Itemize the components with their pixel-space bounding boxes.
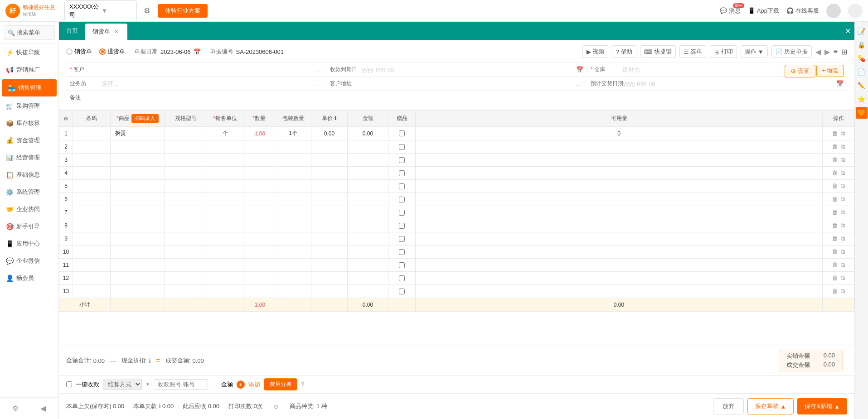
sidebar-item-inventory[interactable]: 📦 库存核算	[0, 115, 58, 132]
discard-button[interactable]: 放弃	[713, 398, 744, 414]
row-unit-price[interactable]	[311, 154, 348, 167]
row-product[interactable]	[111, 167, 165, 180]
tab-home[interactable]: 首页	[59, 22, 85, 40]
row-qty[interactable]	[243, 285, 275, 298]
right-tool-edit[interactable]: ✏️	[856, 80, 868, 92]
salesman-more-icon[interactable]: …	[313, 80, 323, 87]
payment-account-input[interactable]	[154, 379, 208, 390]
row-unit-price[interactable]	[311, 259, 348, 272]
row-qty[interactable]	[243, 219, 275, 232]
col-settings[interactable]: ⚙	[59, 111, 73, 127]
row-barcode[interactable]	[73, 180, 111, 193]
sidebar-collapse-button[interactable]: ◀	[31, 401, 55, 415]
row-delete-icon[interactable]: 🗑	[832, 156, 838, 163]
customer-more-icon[interactable]: …	[313, 66, 323, 73]
row-spec[interactable]	[165, 206, 207, 219]
sidebar-settings-button[interactable]: ⚙	[4, 401, 28, 415]
calendar-icon[interactable]: 📅	[194, 48, 201, 55]
salesman-input[interactable]	[102, 80, 313, 87]
row-barcode[interactable]	[73, 127, 111, 140]
row-gift[interactable]	[388, 272, 416, 285]
row-copy-icon[interactable]: ⧉	[841, 248, 845, 255]
row-unit[interactable]	[207, 219, 243, 232]
sidebar-item-finance[interactable]: 💰 资金管理	[0, 132, 58, 149]
row-delete-icon[interactable]: 🗑	[832, 130, 838, 137]
sidebar-item-marketing[interactable]: 📢 营销推广	[0, 61, 58, 78]
row-unit-price[interactable]	[311, 246, 348, 259]
row-barcode[interactable]	[73, 272, 111, 285]
one-click-payment-checkbox[interactable]	[66, 381, 72, 387]
row-unit[interactable]	[207, 193, 243, 206]
row-barcode[interactable]	[73, 246, 111, 259]
right-tool-lock[interactable]: 🔒	[856, 39, 868, 51]
row-delete-icon[interactable]: 🗑	[832, 169, 838, 176]
expense-split-button[interactable]: 费用分摊	[264, 378, 297, 390]
row-unit[interactable]	[207, 180, 243, 193]
messages-button[interactable]: 💬 消息 99+	[720, 7, 741, 15]
tab-close-icon[interactable]: ✕	[113, 28, 120, 35]
row-unit[interactable]: 个	[207, 127, 243, 140]
customer-address-input[interactable]	[362, 80, 573, 87]
row-copy-icon[interactable]: ⧉	[841, 288, 845, 294]
radio-sales-order[interactable]: 销货单	[66, 48, 92, 56]
row-copy-icon[interactable]: ⧉	[841, 261, 845, 268]
right-tool-star[interactable]: ⭐	[856, 93, 868, 105]
close-window-icon[interactable]: ✕	[845, 27, 851, 35]
row-delete-icon[interactable]: 🗑	[832, 183, 838, 189]
row-product[interactable]	[111, 219, 165, 232]
row-unit-price[interactable]	[311, 219, 348, 232]
sidebar-item-sales[interactable]: 🏪 销售管理	[2, 79, 57, 96]
view-list-icon[interactable]: ≡	[834, 48, 838, 56]
row-gift[interactable]	[388, 232, 416, 246]
nav-prev-icon[interactable]: ◀	[815, 48, 821, 56]
row-gift[interactable]	[388, 206, 416, 219]
sidebar-item-purchase[interactable]: 🛒 采购管理	[0, 97, 58, 115]
row-product[interactable]	[111, 272, 165, 285]
row-unit-price[interactable]	[311, 232, 348, 246]
customer-input[interactable]	[102, 66, 313, 73]
row-unit-price[interactable]	[311, 180, 348, 193]
row-product[interactable]	[111, 246, 165, 259]
row-delete-icon[interactable]: 🗑	[832, 143, 838, 150]
sidebar-item-operations[interactable]: 📊 经营管理	[0, 149, 58, 166]
sidebar-item-basic[interactable]: 📋 基础信息	[0, 166, 58, 183]
row-barcode[interactable]	[73, 285, 111, 298]
row-qty[interactable]	[243, 246, 275, 259]
row-spec[interactable]	[165, 180, 207, 193]
row-copy-icon[interactable]: ⧉	[841, 209, 845, 216]
row-copy-icon[interactable]: ⧉	[841, 143, 845, 150]
right-tool-notes[interactable]: 📝	[856, 25, 868, 37]
experience-button[interactable]: 体验行业方案	[158, 4, 208, 18]
row-delete-icon[interactable]: 🗑	[832, 288, 838, 294]
expense-info-icon[interactable]: ?	[301, 381, 304, 388]
row-barcode[interactable]	[73, 167, 111, 180]
row-qty[interactable]	[243, 193, 275, 206]
video-button[interactable]: ▶ 视频	[582, 45, 608, 58]
row-spec[interactable]	[165, 127, 207, 140]
shortcut-button[interactable]: ⌨ 快捷键	[640, 45, 676, 58]
row-barcode[interactable]	[73, 140, 111, 154]
view-grid-icon[interactable]: ⊞	[841, 48, 847, 56]
form-settings-button[interactable]: ⚙ 设置	[785, 65, 815, 77]
row-product[interactable]	[111, 232, 165, 246]
history-button[interactable]: 📄 历史单据	[771, 45, 812, 58]
more-accounts-icon[interactable]: …	[212, 381, 218, 388]
row-copy-icon[interactable]: ⧉	[841, 222, 845, 229]
nav-next-icon[interactable]: ▶	[824, 48, 830, 56]
row-gift[interactable]	[388, 246, 416, 259]
row-spec[interactable]	[165, 285, 207, 298]
row-product[interactable]	[111, 140, 165, 154]
sidebar-item-members[interactable]: 👤 畅会员	[0, 270, 58, 287]
user-avatar[interactable]	[826, 4, 841, 18]
row-spec[interactable]	[165, 272, 207, 285]
logistics-button[interactable]: + 物流	[816, 65, 844, 77]
row-barcode[interactable]	[73, 232, 111, 246]
row-unit[interactable]	[207, 232, 243, 246]
row-gift[interactable]	[388, 140, 416, 154]
row-unit[interactable]	[207, 246, 243, 259]
sidebar-item-system[interactable]: ⚙️ 系统管理	[0, 183, 58, 201]
row-qty[interactable]	[243, 206, 275, 219]
sidebar-item-apps[interactable]: 📱 应用中心	[0, 235, 58, 252]
row-product[interactable]	[111, 193, 165, 206]
row-unit-price[interactable]	[311, 140, 348, 154]
